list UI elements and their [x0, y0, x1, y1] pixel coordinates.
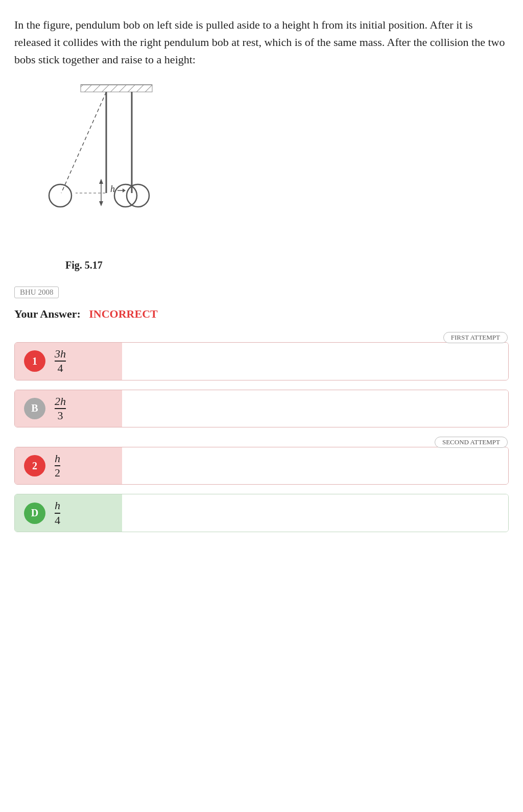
option-math-b: 2h 3: [55, 395, 66, 422]
option-row-d[interactable]: D h 4: [14, 494, 509, 532]
answer-label: Your Answer:: [14, 307, 81, 320]
first-attempt-label-row: FIRST ATTEMPT: [14, 332, 508, 343]
svg-line-5: [61, 92, 106, 193]
option-badge-d: D: [24, 503, 45, 524]
options-section: FIRST ATTEMPT 1 3h 4 B 2h: [14, 332, 509, 532]
second-attempt-label: SECOND ATTEMPT: [435, 437, 508, 448]
option-right-b: [122, 390, 508, 427]
svg-point-7: [49, 184, 72, 207]
svg-marker-12: [99, 179, 103, 184]
option-left-a: 1 3h 4: [15, 343, 122, 379]
svg-point-8: [114, 184, 137, 207]
second-attempt-label-row: SECOND ATTEMPT: [14, 437, 508, 448]
option-row-a[interactable]: 1 3h 4: [14, 342, 509, 380]
option-badge-c: 2: [24, 455, 45, 476]
option-math-d: h 4: [55, 499, 60, 526]
svg-marker-17: [123, 188, 126, 193]
option-badge-a: 1: [24, 350, 45, 372]
figure-caption: Fig. 5.17: [65, 259, 103, 271]
question-text: In the figure, pendulum bob on left side…: [14, 16, 509, 68]
option-left-b: B 2h 3: [15, 390, 122, 427]
option-wrapper-a: FIRST ATTEMPT 1 3h 4: [14, 332, 509, 380]
option-wrapper-d: D h 4: [14, 494, 509, 532]
option-wrapper-b: B 2h 3: [14, 390, 509, 427]
option-wrapper-c: SECOND ATTEMPT 2 h 2: [14, 437, 509, 485]
your-answer-line: Your Answer: INCORRECT: [14, 307, 509, 321]
option-right-a: [122, 343, 508, 379]
svg-point-9: [127, 184, 149, 207]
option-left-c: 2 h 2: [15, 447, 122, 484]
svg-marker-14: [99, 201, 103, 206]
svg-text:h: h: [110, 184, 115, 194]
option-math-a: 3h 4: [55, 348, 66, 374]
option-right-c: [122, 447, 508, 484]
option-math-c: h 2: [55, 452, 60, 479]
option-badge-b: B: [24, 398, 45, 419]
option-row-b[interactable]: B 2h 3: [14, 390, 509, 427]
figure-container: h Fig. 5.17: [35, 81, 509, 271]
svg-rect-1: [81, 85, 152, 92]
source-tag: BHU 2008: [14, 286, 59, 298]
pendulum-figure: h: [35, 81, 188, 254]
option-right-d: [122, 494, 508, 531]
first-attempt-label: FIRST ATTEMPT: [443, 332, 508, 343]
option-left-d: D h 4: [15, 494, 122, 531]
answer-status: INCORRECT: [89, 307, 157, 320]
option-row-c[interactable]: 2 h 2: [14, 447, 509, 485]
